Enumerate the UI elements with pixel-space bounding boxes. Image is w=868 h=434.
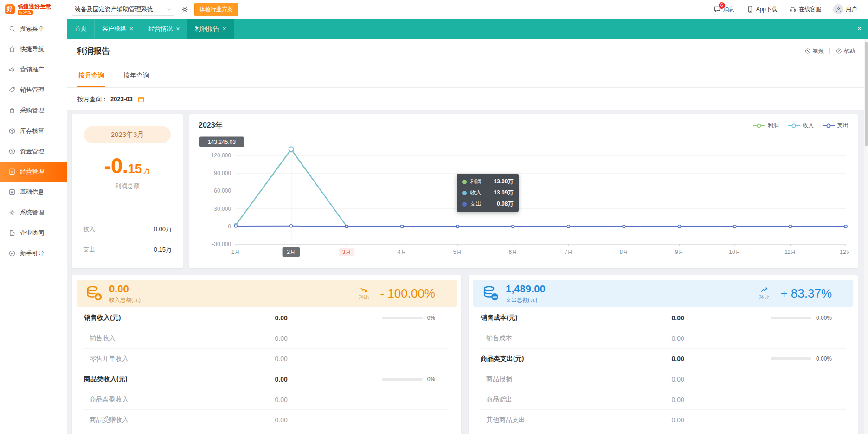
svg-text:10月: 10月 — [729, 249, 740, 255]
account-row-value: 0.00 — [617, 396, 739, 403]
query-tab[interactable]: 按月查询 — [77, 65, 105, 87]
guide-icon — [8, 250, 16, 257]
user-label: 用户 — [846, 6, 857, 13]
sidebar-item-info[interactable]: 基础信息 — [0, 182, 67, 202]
svg-text:143,245.03: 143,245.03 — [208, 139, 236, 145]
app-download-button[interactable]: App下载 — [746, 6, 777, 13]
profit-amount-unit: 万 — [143, 166, 150, 176]
sidebar-item-funds[interactable]: 资金管理 — [0, 141, 67, 162]
user-icon — [836, 6, 842, 13]
legend-item[interactable]: 支出 — [822, 122, 849, 130]
sidebar-item-label: 资金管理 — [20, 147, 44, 155]
system-select[interactable]: 装备及固定资产辅助管理系统 — [72, 3, 174, 16]
account-row-label: 商品报损 — [481, 375, 617, 383]
sidebar-item-label: 销售管理 — [20, 86, 44, 94]
account-row-extra: 0.00% — [739, 315, 846, 321]
user-menu[interactable]: 用户 — [833, 4, 857, 14]
account-row: 零售开单收入0.00 — [84, 349, 449, 369]
tooltip-series-value: 0.08万 — [492, 200, 513, 208]
sidebar-item-system[interactable]: 系统管理 — [0, 202, 67, 223]
page-title: 利润报告 — [77, 45, 110, 57]
sidebar-item-purchase[interactable]: 采购管理 — [0, 100, 67, 121]
workspace-tab[interactable]: 首页 — [67, 19, 95, 39]
summary-row-value: 0.00万 — [154, 225, 172, 233]
svg-text:120,000: 120,000 — [211, 152, 231, 159]
sidebar-item-guide[interactable]: 新手引导 — [0, 243, 67, 264]
close-tab-icon[interactable]: × — [222, 26, 226, 32]
video-link[interactable]: 视频 — [804, 47, 824, 55]
account-row: 销售收入(元)0.000% — [84, 308, 449, 328]
tooltip-series-name: 利润 — [470, 178, 481, 186]
search-icon — [8, 25, 16, 32]
trial-solution-button[interactable]: 体验行业方案 — [194, 3, 238, 16]
close-all-tabs-icon[interactable]: × — [851, 19, 868, 39]
video-icon — [804, 48, 811, 54]
messages-badge: 6 — [718, 2, 726, 9]
sidebar-item-enterprise[interactable]: 企业协同 — [0, 223, 67, 243]
sidebar-item-label: 搜索菜单 — [20, 25, 44, 33]
scrollbar-thumb[interactable] — [865, 42, 868, 146]
svg-text:12月: 12月 — [840, 249, 849, 255]
expense-total-value: 1,489.00 — [506, 283, 546, 295]
sidebar-item-business[interactable]: 经营管理 — [0, 162, 67, 182]
page-header: 利润报告 视频 帮助 按月查询按年查询 按月查询： 2023-03 — [67, 39, 864, 110]
brand[interactable]: 好 畅捷通好生意 标准版 — [0, 4, 67, 15]
messages-button[interactable]: 6 消息 — [714, 6, 734, 13]
sidebar-item-inventory[interactable]: 库存核算 — [0, 121, 67, 141]
account-row: 商品类支出(元)0.000.00% — [481, 349, 846, 369]
svg-text:0: 0 — [228, 223, 231, 230]
chart-body[interactable]: -30,000030,00060,00090,000120,0001月2月3月4… — [199, 131, 849, 260]
workspace-tab[interactable]: 客户联络× — [95, 19, 141, 39]
svg-text:90,000: 90,000 — [214, 170, 231, 176]
close-tab-icon[interactable]: × — [176, 26, 180, 32]
account-row: 商品赠出0.00 — [481, 389, 846, 410]
chevron-down-icon — [166, 6, 172, 12]
sidebar-item-label: 快捷导航 — [20, 45, 44, 53]
summary-rows: 收入0.00万支出0.15万 — [80, 219, 174, 260]
svg-text:6月: 6月 — [508, 249, 517, 255]
summary-row-label: 支出 — [83, 246, 95, 254]
query-tab[interactable]: 按年查询 — [122, 65, 150, 87]
summary-row: 收入0.00万 — [80, 219, 174, 240]
account-row-extra: 0.00% — [739, 356, 846, 362]
progress-bar — [771, 357, 811, 360]
divider — [829, 48, 830, 54]
income-rows: 销售收入(元)0.000%销售收入0.00零售开单收入0.00商品类收入(元)0… — [72, 307, 461, 430]
system-select-value: 装备及固定资产辅助管理系统 — [75, 5, 153, 13]
sidebar-item-promo[interactable]: 营销推广 — [0, 59, 67, 80]
close-tab-icon[interactable]: × — [129, 26, 133, 32]
workspace-tab[interactable]: 利润报告× — [187, 19, 234, 39]
income-total-value: 0.00 — [109, 283, 141, 295]
sidebar-item-nav[interactable]: 快捷导航 — [0, 39, 67, 59]
account-row-label: 商品赠出 — [481, 395, 617, 404]
income-card: 0.00 收入总额(元) 环比 - 100.00% 销售收入(元)0.000%销… — [72, 275, 461, 434]
sidebar-item-sales[interactable]: 销售管理 — [0, 80, 67, 100]
settings-gear-icon[interactable] — [181, 6, 189, 13]
online-service-button[interactable]: 在线客服 — [789, 6, 821, 13]
workspace-tab-label: 经营情况 — [148, 25, 173, 33]
date-filter-value[interactable]: 2023-03 — [110, 96, 133, 103]
account-row-label: 销售成本(元) — [481, 314, 617, 322]
percent-label: 0% — [427, 376, 435, 382]
workspace-tabs: 首页客户联络×经营情况×利润报告× — [67, 19, 234, 39]
progress-bar — [771, 317, 811, 319]
video-label: 视频 — [813, 47, 824, 55]
sidebar-item-label: 基础信息 — [20, 188, 44, 196]
workspace-tab[interactable]: 经营情况× — [141, 19, 187, 39]
account-row-value: 0.00 — [220, 376, 342, 383]
svg-text:3月: 3月 — [342, 249, 351, 255]
sidebar-item-label: 企业协同 — [20, 229, 44, 237]
calendar-icon[interactable] — [137, 96, 145, 103]
summary-row-label: 收入 — [83, 225, 95, 233]
sidebar-item-search[interactable]: 搜索菜单 — [0, 19, 67, 39]
legend-item[interactable]: 收入 — [787, 122, 814, 130]
account-row: 商品报损0.00 — [481, 369, 846, 389]
account-row-label: 商品类支出(元) — [481, 355, 617, 363]
help-link[interactable]: 帮助 — [836, 47, 855, 55]
workspace-tab-label: 首页 — [75, 25, 87, 33]
enterprise-icon — [8, 229, 16, 237]
svg-text:-30,000: -30,000 — [212, 241, 231, 247]
info-icon — [8, 188, 16, 196]
profit-line-chart[interactable]: -30,000030,00060,00090,000120,0001月2月3月4… — [199, 131, 849, 260]
legend-item[interactable]: 利润 — [752, 122, 779, 130]
